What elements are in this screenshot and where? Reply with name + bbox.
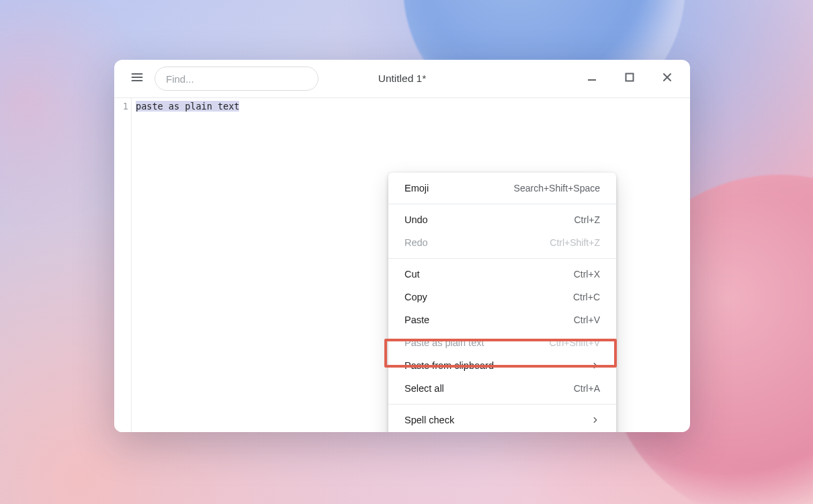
chevron-right-icon <box>591 415 600 425</box>
minimize-button[interactable] <box>583 69 601 88</box>
search-field[interactable] <box>155 67 318 91</box>
maximize-icon <box>624 72 635 85</box>
line-number: 1 <box>114 101 128 112</box>
menu-item-shortcut: Search+Shift+Space <box>514 183 600 194</box>
menu-item-shortcut: Ctrl+Shift+V <box>550 337 600 348</box>
menu-item-redo: RedoCtrl+Shift+Z <box>388 231 616 254</box>
menu-item-label: Select all <box>404 383 444 394</box>
menu-item-spell-check[interactable]: Spell check <box>388 409 616 431</box>
menu-item-label: Cut <box>404 269 420 280</box>
search-input[interactable] <box>166 73 307 85</box>
maximize-button[interactable] <box>620 69 639 88</box>
context-menu: EmojiSearch+Shift+SpaceUndoCtrl+ZRedoCtr… <box>388 173 616 432</box>
chevron-right-icon <box>591 361 600 370</box>
menu-item-paste-from-clipboard[interactable]: Paste from clipboard <box>388 354 616 377</box>
menu-item-undo[interactable]: UndoCtrl+Z <box>388 208 616 231</box>
menu-item-paste-as-plain-text: Paste as plain textCtrl+Shift+V <box>388 331 616 354</box>
menu-item-select-all[interactable]: Select allCtrl+A <box>388 377 616 400</box>
menu-item-label: Spell check <box>404 415 454 425</box>
menu-item-emoji[interactable]: EmojiSearch+Shift+Space <box>388 177 616 200</box>
close-icon <box>662 72 673 85</box>
menu-button[interactable] <box>124 65 151 92</box>
menu-item-shortcut: Ctrl+A <box>574 383 600 394</box>
minimize-icon <box>587 72 597 85</box>
menu-item-shortcut: Ctrl+Shift+Z <box>550 237 600 248</box>
menu-item-label: Redo <box>404 237 428 248</box>
svg-rect-4 <box>626 74 634 81</box>
toolbar: Untitled 1* <box>114 60 690 97</box>
selected-text: paste as plain text <box>136 101 239 112</box>
menu-item-copy[interactable]: CopyCtrl+C <box>388 286 616 308</box>
menu-item-label: Undo <box>404 214 428 225</box>
line-gutter: 1 <box>114 98 132 432</box>
text-editor-window: Untitled 1* <box>114 60 690 432</box>
menu-item-writing-direction[interactable]: Writing Direction <box>388 431 616 432</box>
menu-item-label: Paste from clipboard <box>404 360 494 371</box>
menu-item-shortcut: Ctrl+X <box>574 269 600 280</box>
menu-separator <box>388 258 616 259</box>
menu-item-label: Emoji <box>404 183 429 194</box>
window-title: Untitled 1* <box>378 73 427 85</box>
menu-item-shortcut: Ctrl+C <box>573 292 600 302</box>
menu-item-cut[interactable]: CutCtrl+X <box>388 263 616 286</box>
close-button[interactable] <box>658 69 677 88</box>
menu-item-paste[interactable]: PasteCtrl+V <box>388 308 616 331</box>
desktop-wallpaper: Untitled 1* <box>0 0 813 504</box>
window-controls <box>583 69 681 88</box>
menu-separator <box>388 204 616 204</box>
hamburger-icon <box>130 71 144 87</box>
menu-item-shortcut: Ctrl+V <box>574 314 600 325</box>
menu-item-label: Paste <box>404 314 429 325</box>
menu-item-shortcut: Ctrl+Z <box>574 214 601 225</box>
menu-item-label: Copy <box>404 292 427 302</box>
menu-item-label: Paste as plain text <box>404 337 484 348</box>
menu-separator <box>388 404 616 405</box>
